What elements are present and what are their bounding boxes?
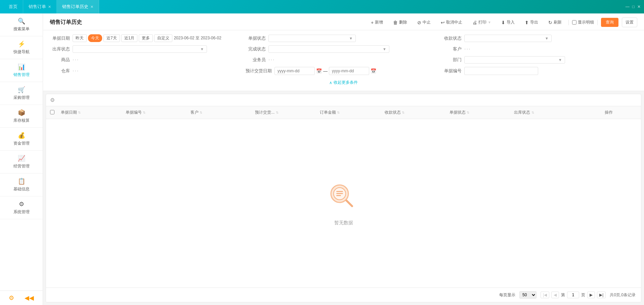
- sidebar-item-sales-mgmt-label: 销售管理: [13, 72, 30, 78]
- filter-delivery-date: 预计交货日期 📅 — 📅: [246, 67, 441, 75]
- query-button[interactable]: 查询: [601, 18, 618, 27]
- col-checkbox: [46, 106, 58, 119]
- page-last-btn[interactable]: ▶|: [597, 292, 606, 298]
- collapse-conditions[interactable]: ∧ 收起更多条件: [50, 78, 637, 87]
- settings-button[interactable]: 设置: [622, 17, 637, 27]
- sidebar-item-sys-mgmt[interactable]: ⚙ 系统管理: [0, 196, 43, 219]
- filter-payment-status-select[interactable]: ▼: [464, 35, 552, 42]
- date-more[interactable]: 更多: [139, 34, 153, 42]
- refresh-button[interactable]: ↻ 刷新: [545, 18, 565, 27]
- page-next-btn[interactable]: ▶: [587, 292, 595, 298]
- table-settings-icon[interactable]: ⚙: [50, 97, 55, 103]
- collapse-up-icon: ∧: [329, 80, 332, 85]
- query-label: 查询: [606, 20, 614, 25]
- window-max-btn[interactable]: □: [632, 4, 635, 9]
- table-wrap: ⚙ 单据日期 ⇅ 单据编号 ⇅: [46, 94, 641, 302]
- tab-sales-order-history-close[interactable]: ✕: [90, 5, 93, 9]
- page-number-input[interactable]: [567, 292, 579, 298]
- filter-warehouse-dots[interactable]: ···: [73, 68, 79, 74]
- date-1month[interactable]: 近1月: [121, 34, 138, 42]
- filter-bill-status-select[interactable]: ▼: [268, 35, 356, 42]
- tab-sales-order-history[interactable]: 销售订单历史 ✕: [57, 0, 99, 13]
- tab-sales-order-close[interactable]: ✕: [48, 5, 51, 9]
- calendar-end-icon[interactable]: 📅: [371, 68, 376, 74]
- col-outbound-status[interactable]: 出库状态 ⇅: [511, 106, 576, 119]
- filter-delivery-date-label: 预计交货日期: [246, 68, 272, 74]
- col-delivery-date-sort: ⇅: [276, 111, 278, 114]
- sidebar-settings-icon[interactable]: ⚙: [9, 294, 14, 302]
- filter-warehouse: 仓库 ···: [50, 68, 246, 74]
- page-first-btn[interactable]: |◀: [541, 292, 549, 298]
- sidebar-item-basic-info[interactable]: 📋 基础信息: [0, 174, 43, 196]
- tab-home[interactable]: 首页: [3, 0, 23, 13]
- col-payment-status-label: 收款状态: [385, 110, 401, 115]
- filter-payment-status-label: 收款状态: [441, 35, 462, 41]
- filter-bill-number-input[interactable]: [464, 67, 538, 75]
- date-custom[interactable]: 自定义: [154, 34, 172, 42]
- col-date[interactable]: 单据日期 ⇅: [58, 106, 123, 119]
- filter-department-select[interactable]: ▼: [464, 56, 565, 64]
- sidebar-item-quick-nav[interactable]: ⚡ 快捷导航: [0, 36, 43, 59]
- page-size-select[interactable]: 50 10 20 100: [519, 291, 536, 299]
- new-icon: +: [371, 20, 374, 25]
- new-label: 新增: [375, 20, 383, 25]
- col-operation-label: 操作: [605, 110, 613, 115]
- sidebar-item-inventory[interactable]: 📦 库存核算: [0, 105, 43, 128]
- filter-row-2: 出库状态 ▼ 完成状态 ▼ 客户 ···: [50, 45, 637, 53]
- sidebar-item-fund-mgmt[interactable]: 💰 资金管理: [0, 128, 43, 151]
- filter-delivery-date-start[interactable]: [274, 67, 315, 75]
- search-menu-icon: 🔍: [18, 17, 25, 25]
- window-min-btn[interactable]: —: [626, 4, 630, 9]
- page-prev-btn[interactable]: ◀: [551, 292, 559, 298]
- filter-delivery-date-end[interactable]: [329, 67, 369, 75]
- filter-outbound-status-select[interactable]: ▼: [73, 45, 207, 53]
- filter-complete-status-select[interactable]: ▼: [268, 45, 389, 53]
- toolbar-sep2: [597, 20, 598, 25]
- sidebar-item-ops-mgmt[interactable]: 📈 经营管理: [0, 151, 43, 174]
- fund-mgmt-icon: 💰: [18, 132, 25, 139]
- col-bill-status[interactable]: 单据状态 ⇅: [447, 106, 512, 119]
- page-label2: 页: [581, 292, 585, 298]
- empty-svg: [327, 181, 360, 215]
- cancel-stop-label: 取消中止: [446, 20, 462, 25]
- display-detail-checkbox[interactable]: [572, 20, 576, 25]
- col-customer[interactable]: 客户 ⇅: [188, 106, 253, 119]
- col-number[interactable]: 单据编号 ⇅: [123, 106, 188, 119]
- filter-customer-dots[interactable]: ···: [464, 46, 471, 52]
- date-7days[interactable]: 近7天: [103, 34, 120, 42]
- import-button[interactable]: ⬇ 导入: [498, 18, 518, 27]
- window-close-btn[interactable]: ✕: [637, 4, 641, 9]
- filter-customer-label: 客户: [441, 46, 462, 52]
- export-button[interactable]: ⬆ 导出: [521, 18, 542, 27]
- col-delivery-date[interactable]: 预计交货... ⇅: [252, 106, 317, 119]
- print-button[interactable]: 🖨 打印 ▼: [469, 18, 495, 27]
- tab-sales-order[interactable]: 销售订单 ✕: [23, 0, 57, 13]
- table-head: 单据日期 ⇅ 单据编号 ⇅ 客户 ⇅ 预计交货...: [46, 106, 641, 119]
- sidebar-item-sales-mgmt[interactable]: 📊 销售管理: [0, 59, 43, 82]
- filter-product-dots[interactable]: ···: [73, 57, 79, 63]
- empty-state: 暂无数据: [46, 119, 641, 288]
- delete-button[interactable]: 🗑 删除: [390, 18, 411, 27]
- select-all-checkbox[interactable]: [50, 110, 54, 114]
- settings-label: 设置: [626, 20, 634, 25]
- calendar-start-icon[interactable]: 📅: [316, 68, 322, 74]
- new-button[interactable]: + 新增: [368, 18, 386, 27]
- sidebar-item-search-menu[interactable]: 🔍 搜索菜单: [0, 13, 43, 36]
- print-dropdown-icon[interactable]: ▼: [488, 21, 491, 24]
- col-delivery-date-label: 预计交货...: [255, 110, 274, 115]
- filter-date-control: 昨天 今天 近7天 近1月 更多 自定义 2023-06-02 至 2023-0…: [73, 34, 246, 42]
- inventory-icon: 📦: [18, 109, 25, 116]
- col-payment-status[interactable]: 收款状态 ⇅: [382, 106, 447, 119]
- import-label: 导入: [507, 20, 515, 25]
- date-yesterday[interactable]: 昨天: [73, 34, 87, 42]
- svg-line-5: [346, 200, 352, 206]
- date-range-display: 2023-06-02 至 2023-06-02: [174, 35, 221, 41]
- sidebar-item-purchase-mgmt[interactable]: 🛒 采购管理: [0, 82, 43, 105]
- filter-salesperson-dots[interactable]: ···: [268, 57, 275, 63]
- col-amount[interactable]: 订单金额 ⇅: [317, 106, 382, 119]
- stop-button[interactable]: ⊘ 中止: [414, 18, 434, 27]
- date-today[interactable]: 今天: [88, 34, 102, 42]
- filter-customer: 客户 ···: [441, 46, 637, 52]
- sidebar-collapse-icon[interactable]: ◀◀: [25, 294, 34, 302]
- cancel-stop-button[interactable]: ↩ 取消中止: [437, 18, 466, 27]
